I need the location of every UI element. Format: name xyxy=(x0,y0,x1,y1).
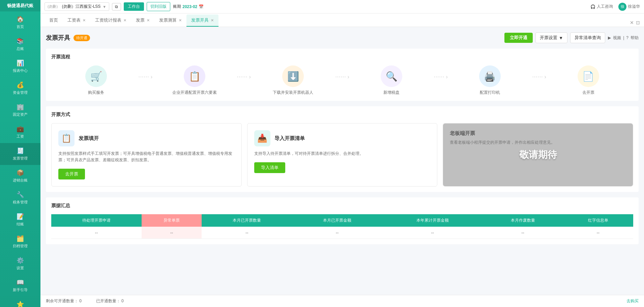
tab-首页[interactable]: 首页 xyxy=(45,15,63,27)
method-desc-import: 支持导入待开票清单，可对待开票清单进行拆分、合并处理。 xyxy=(254,150,431,157)
method-title-import: 导入开票清单 xyxy=(274,135,305,142)
tab-resize-icon[interactable]: ⊡ xyxy=(636,20,640,25)
page-title: 发票开具 xyxy=(46,34,70,42)
sidebar: 畅捷通易代账 🏠首页📚总账📊报表中心💰资金管理🏢固定资产💼工资🧾发票管理📦进销台… xyxy=(0,0,40,307)
support-label: 人工咨询 xyxy=(597,4,613,9)
flow-step-3: 🔍新增税盘 xyxy=(347,65,436,95)
workspace-btn[interactable]: 工作台 xyxy=(124,2,144,11)
separator: | xyxy=(623,35,624,40)
summary-header-6: 红字信息单 xyxy=(563,214,633,227)
summary-table: 待处理开票申请异常单票本月已开票数量本月已开票金额本年累计开票金额本月作废数量红… xyxy=(51,214,633,239)
settings-btn[interactable]: 开票设置 ▼ xyxy=(535,32,567,43)
tab-工资表[interactable]: 工资表✕ xyxy=(63,15,90,27)
flow-step-label-2: 下载并安装开票机器人 xyxy=(273,90,313,95)
sidebar-item-发票管理[interactable]: 🧾发票管理 xyxy=(0,143,40,165)
method-btn-fill[interactable]: 去开票 xyxy=(58,169,85,179)
flow-step-2: ⬇️下载并安装开票机器人 xyxy=(248,65,338,95)
sidebar-item-首页[interactable]: 🏠首页 xyxy=(0,11,40,33)
method-icon-import: 📥 xyxy=(254,130,270,146)
immediate-open-btn[interactable]: 立即开通 xyxy=(504,33,533,43)
page-title-area: 发票开具 待开通 xyxy=(46,34,90,42)
sidebar-item-结账[interactable]: 📝结账 xyxy=(0,209,40,231)
sidebar-label-9: 结账 xyxy=(17,222,24,227)
flow-step-icon-3: 🔍 xyxy=(381,65,402,87)
copy-btn[interactable]: ⧉ xyxy=(112,3,121,10)
tab-actions: ✕ ⊡ xyxy=(630,20,640,27)
flow-step-icon-4: 🖨️ xyxy=(479,65,501,87)
company-selector[interactable]: (勿删） (勿删）江西服宝-LSS ▼ xyxy=(45,2,109,11)
method-card-fill: 📋 发票填开 支持按照发票样式手工填写开发票；可开具增值税电子普通发票、增值税普… xyxy=(51,123,242,187)
summary-value-2: -- xyxy=(202,227,292,239)
tab-close-5[interactable]: ✕ xyxy=(211,18,214,23)
tab-发票开具[interactable]: 发票开具✕ xyxy=(186,15,218,27)
company-name: (勿删）江西服宝-LSS xyxy=(62,4,101,9)
sidebar-label-12: 新手引导 xyxy=(13,287,28,292)
flow-step-icon-0: 🛒 xyxy=(85,65,107,87)
user-area[interactable]: 徐 徐溢华 xyxy=(618,3,640,11)
method-btn-import[interactable]: 导入清单 xyxy=(254,162,285,173)
sidebar-item-新手引导[interactable]: 📖新手引导 xyxy=(0,275,40,297)
method-icon-fill: 📋 xyxy=(58,130,75,146)
summary-value-4: -- xyxy=(382,227,483,239)
sidebar-item-总账[interactable]: 📚总账 xyxy=(0,33,40,55)
tab-发票[interactable]: 发票✕ xyxy=(131,15,154,27)
tab-close-3[interactable]: ✕ xyxy=(147,18,150,23)
summary-header-5: 本月作废数量 xyxy=(483,214,563,227)
flow-step-1: 📋企业开通配置开票六要素 xyxy=(150,65,239,95)
sidebar-icon-11: ⚙️ xyxy=(17,257,24,264)
sidebar-label-10: 归档管理 xyxy=(13,244,28,249)
overlay-text: 敬请期待 xyxy=(519,148,557,161)
method-card-old: 老板端开票 查看老板端小程序提交的开票申请，并作出相应处理意见。 敬请期待 xyxy=(443,123,633,187)
sidebar-icon-13: ⭐ xyxy=(17,301,24,307)
sidebar-label-11: 设置 xyxy=(17,266,24,271)
sidebar-icon-6: 🧾 xyxy=(17,147,24,155)
bottom-bar: 剩余可开通数量： 0 已开通数量： 0 去购买 xyxy=(40,295,644,307)
summary-value-1: -- xyxy=(142,227,202,239)
tab-label-3: 发票 xyxy=(136,17,145,23)
tab-工资统计报表[interactable]: 工资统计报表✕ xyxy=(90,15,131,27)
sidebar-icon-7: 📦 xyxy=(17,169,24,176)
sidebar-item-工资[interactable]: 💼工资 xyxy=(0,121,40,143)
method-desc-fill: 支持按照发票样式手工填写开发票；可开具增值税电子普通发票、增值税普通发票、增值税… xyxy=(58,150,235,163)
flow-steps: 🛒购买服务⋯⋯ ›📋企业开通配置开票六要素⋯⋯ ›⬇️下载并安装开票机器人⋯⋯ … xyxy=(51,65,633,95)
sidebar-item-设置[interactable]: ⚙️设置 xyxy=(0,253,40,275)
flow-step-icon-5: 📄 xyxy=(578,65,599,87)
tab-close-1[interactable]: ✕ xyxy=(83,18,86,23)
sidebar-item-报表中心[interactable]: 📊报表中心 xyxy=(0,55,40,77)
abnormal-btn[interactable]: 异常清单查询 xyxy=(570,32,605,43)
page-header: 发票开具 待开通 立即开通 开票设置 ▼ 异常清单查询 ▶ 视频 | ? 帮助 xyxy=(46,32,639,43)
sidebar-item-税务管理[interactable]: 🔧税务管理 xyxy=(0,187,40,209)
sidebar-label-0: 首页 xyxy=(17,24,24,29)
sidebar-item-资金管理[interactable]: 💰资金管理 xyxy=(0,77,40,99)
switch-version-btn[interactable]: 切到旧版 xyxy=(147,2,170,11)
help-area: ▶ 视频 | ? 帮助 xyxy=(608,35,639,41)
tab-close-all-icon[interactable]: ✕ xyxy=(630,20,634,25)
sidebar-label-8: 税务管理 xyxy=(13,200,28,205)
company-dropdown-icon: ▼ xyxy=(103,5,106,9)
sidebar-item-固定资产[interactable]: 🏢固定资产 xyxy=(0,99,40,121)
sidebar-label-5: 工资 xyxy=(17,134,24,139)
topbar-left: (勿删） (勿删）江西服宝-LSS ▼ ⧉ 工作台 切到旧版 账期 2023-0… xyxy=(45,2,204,11)
sidebar-label-2: 报表中心 xyxy=(13,68,28,73)
method-card-overlay: 敬请期待 xyxy=(443,123,633,186)
sidebar-item-归档管理[interactable]: 🗂️归档管理 xyxy=(0,231,40,253)
bottom-info: 剩余可开通数量： 0 已开通数量： 0 xyxy=(46,298,124,304)
period-selector[interactable]: 账期 2023-02 📅 xyxy=(173,4,204,9)
sidebar-item-进销台账[interactable]: 📦进销台账 xyxy=(0,165,40,187)
sidebar-item-畅会员[interactable]: ⭐畅会员 xyxy=(0,297,40,307)
methods-title: 开票方式 xyxy=(51,112,633,118)
buy-link[interactable]: 去购买 xyxy=(626,298,639,304)
methods-section: 开票方式 📋 发票填开 支持按照发票样式手工填写开发票；可开具增值税电子普通发票… xyxy=(46,106,639,192)
tab-close-4[interactable]: ✕ xyxy=(179,18,182,23)
sidebar-icon-3: 💰 xyxy=(17,81,24,89)
method-header-import: 📥 导入开票清单 xyxy=(254,130,431,146)
sidebar-label-1: 总账 xyxy=(17,46,24,51)
support-btn[interactable]: 🎧 人工咨询 xyxy=(590,4,613,9)
summary-value-5: -- xyxy=(483,227,563,239)
summary-value-6: -- xyxy=(563,227,633,239)
tab-发票测算[interactable]: 发票测算✕ xyxy=(154,15,186,27)
tab-close-2[interactable]: ✕ xyxy=(123,18,126,23)
method-card-import: 📥 导入开票清单 支持导入待开票清单，可对待开票清单进行拆分、合并处理。 导入清… xyxy=(247,123,438,187)
flow-section: 开票流程 🛒购买服务⋯⋯ ›📋企业开通配置开票六要素⋯⋯ ›⬇️下载并安装开票机… xyxy=(46,49,639,101)
summary-title: 票据汇总 xyxy=(51,203,633,209)
